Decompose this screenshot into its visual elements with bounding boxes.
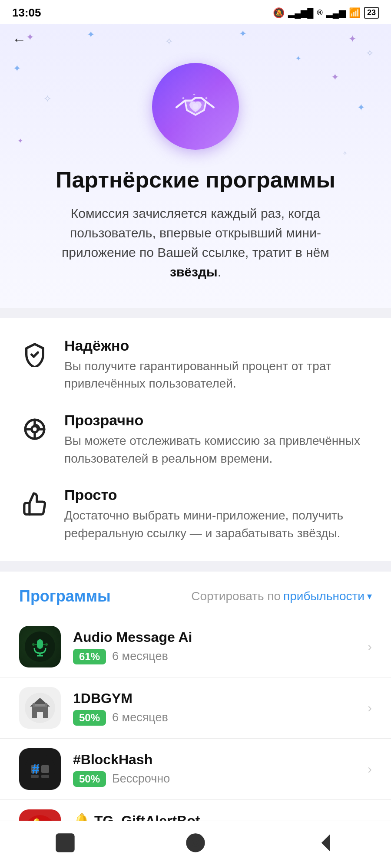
hero-title: Партнёрские программы: [26, 167, 365, 193]
svg-text:✦: ✦: [192, 92, 196, 97]
program-badge-blockhash: 50%: [73, 771, 106, 787]
nav-back-button[interactable]: [313, 830, 339, 856]
program-name-1dbgym: 1DBGYM: [73, 690, 362, 707]
svg-point-42: [193, 840, 199, 846]
sparkle-12: ✧: [342, 150, 348, 157]
signal-icon: ▂▄▆█: [288, 8, 313, 18]
hero-icon: ✦ ✦ ✦: [152, 63, 239, 150]
program-info-1dbgym: 1DBGYM 50% 6 месяцев: [73, 690, 362, 726]
hero-subtitle: Комиссия зачисляется каждый раз, когда п…: [48, 204, 343, 282]
svg-point-15: [45, 643, 48, 646]
program-name-blockhash: #BlockHash: [73, 752, 362, 768]
status-bar: 13:05 🔕 ▂▄▆█ ® ▂▄▆ 📶 23: [0, 0, 391, 24]
sparkle-13: ✦: [295, 54, 301, 62]
program-duration-audio-message-ai: 6 месяцев: [112, 650, 168, 663]
nav-square-button[interactable]: [52, 830, 78, 856]
feature-simple: Просто Достаточно выбрать мини-приложени…: [19, 487, 372, 542]
analytics-icon: [19, 414, 50, 445]
program-meta-audio-message-ai: 61% 6 месяцев: [73, 649, 362, 664]
program-info-blockhash: #BlockHash 50% Бессрочно: [73, 752, 362, 787]
svg-text:✦: ✦: [181, 95, 185, 101]
programs-header: Программы Сортировать по прибыльности ▾: [0, 572, 391, 616]
back-button[interactable]: ←: [12, 32, 26, 48]
hero-section: ← ✦ ✦ ✧ ✦ ✦ ✧ ✦ ✦ ✧ ✦ ✦ ✧ ✦ ✧ ✦ ✦ ✦ Парт…: [0, 24, 391, 308]
program-meta-1dbgym: 50% 6 месяцев: [73, 710, 362, 726]
hero-subtitle-end: .: [218, 265, 221, 279]
sparkle-3: ✧: [165, 36, 173, 47]
sparkle-6: ✧: [366, 48, 374, 59]
sparkle-4: ✦: [239, 28, 247, 39]
thumbs-up-icon: [19, 488, 50, 519]
svg-point-25: [25, 754, 55, 784]
program-avatar-audio-message-ai: [19, 626, 61, 667]
feature-transparent: Прозрачно Вы можете отслеживать комиссию…: [19, 412, 372, 467]
hero-subtitle-bold: звёзды: [170, 265, 218, 279]
svg-rect-23: [33, 703, 35, 707]
mute-icon: 🔕: [273, 7, 285, 19]
feature-reliable-desc: Вы получите гарантированный процент от т…: [64, 358, 372, 393]
program-meta-blockhash: 50% Бессрочно: [73, 771, 362, 787]
sparkle-11: ✦: [17, 137, 23, 145]
feature-reliable-title: Надёжно: [64, 337, 372, 354]
svg-point-0: [192, 103, 198, 109]
program-chevron-audio-message-ai: ›: [368, 639, 372, 654]
sparkle-1: ✦: [26, 32, 34, 43]
svg-point-14: [32, 643, 35, 646]
feature-reliable: Надёжно Вы получите гарантированный проц…: [19, 337, 372, 393]
svg-rect-29: [41, 775, 49, 778]
program-item-blockhash[interactable]: # #BlockHash 50% Бессрочно ›: [0, 738, 391, 799]
feature-simple-text: Просто Достаточно выбрать мини-приложени…: [64, 487, 372, 542]
feature-transparent-text: Прозрачно Вы можете отслеживать комиссию…: [64, 412, 372, 467]
program-avatar-1dbgym: [19, 687, 61, 729]
programs-section-title: Программы: [19, 587, 111, 605]
signal2-icon: ▂▄▆: [326, 8, 345, 18]
program-name-audio-message-ai: Audio Message Ai: [73, 629, 362, 645]
sort-label-text: Сортировать по: [191, 589, 281, 603]
program-duration-blockhash: Бессрочно: [112, 772, 170, 786]
handshake-icon: ✦ ✦ ✦: [172, 82, 219, 130]
feature-reliable-text: Надёжно Вы получите гарантированный проц…: [64, 337, 372, 393]
program-badge-audio-message-ai: 61%: [73, 649, 106, 664]
program-avatar-blockhash: #: [19, 748, 61, 790]
wifi-icon: 📶: [349, 7, 361, 19]
shield-check-icon: [19, 339, 50, 370]
feature-transparent-title: Прозрачно: [64, 412, 372, 429]
svg-rect-11: [37, 639, 43, 649]
feature-transparent-desc: Вы можете отслеживать комиссию за привле…: [64, 432, 372, 467]
bottom-navigation: [0, 821, 391, 868]
program-item-audio-message-ai[interactable]: Audio Message Ai 61% 6 месяцев ›: [0, 616, 391, 677]
svg-rect-40: [57, 835, 74, 852]
sort-chevron-icon: ▾: [367, 591, 372, 602]
svg-rect-22: [34, 704, 46, 707]
program-badge-1dbgym: 50%: [73, 710, 106, 726]
svg-rect-27: [41, 765, 49, 773]
registered-icon: ®: [317, 8, 323, 17]
svg-text:#: #: [32, 761, 40, 777]
program-item-1dbgym[interactable]: 1DBGYM 50% 6 месяцев ›: [0, 677, 391, 738]
sort-button[interactable]: Сортировать по прибыльности ▾: [191, 589, 372, 603]
sparkle-5: ✦: [348, 33, 356, 45]
sparkle-8: ✦: [331, 72, 339, 83]
nav-home-button[interactable]: [182, 830, 209, 856]
sort-value-text: прибыльности: [283, 589, 364, 603]
sparkle-10: ✦: [357, 102, 365, 113]
program-chevron-blockhash: ›: [368, 762, 372, 776]
svg-rect-21: [37, 712, 43, 718]
sparkle-2: ✦: [87, 29, 95, 40]
feature-simple-title: Просто: [64, 487, 372, 503]
program-chevron-1dbgym: ›: [368, 700, 372, 715]
status-icons: 🔕 ▂▄▆█ ® ▂▄▆ 📶 23: [273, 7, 379, 19]
program-info-audio-message-ai: Audio Message Ai 61% 6 месяцев: [73, 629, 362, 664]
program-duration-1dbgym: 6 месяцев: [112, 711, 168, 724]
battery-icon: 23: [364, 7, 379, 19]
svg-rect-24: [45, 703, 47, 707]
hero-subtitle-start: Комиссия зачисляется каждый раз, когда п…: [62, 206, 329, 260]
svg-text:✦: ✦: [204, 95, 208, 101]
svg-marker-43: [322, 835, 329, 851]
time-display: 13:05: [12, 6, 41, 20]
sparkle-7: ✦: [13, 63, 21, 74]
feature-simple-desc: Достаточно выбрать мини-приложение, полу…: [64, 507, 372, 542]
sparkle-9: ✧: [43, 93, 51, 105]
features-section: Надёжно Вы получите гарантированный проц…: [0, 318, 391, 562]
